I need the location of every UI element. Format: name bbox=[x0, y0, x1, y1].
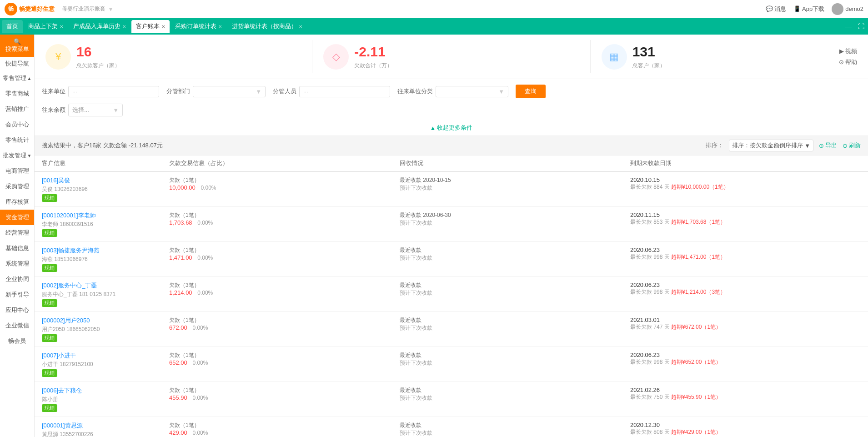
tab-customer[interactable]: 客户账本 ✕ bbox=[131, 20, 170, 33]
tab-inventory[interactable]: 进货单统计表（按商品） ✕ bbox=[227, 20, 307, 33]
debt-pct: 0.00% bbox=[192, 395, 208, 401]
tab-close-purchase[interactable]: ✕ bbox=[218, 24, 222, 29]
dept-select[interactable]: ▼ bbox=[193, 86, 266, 97]
tab-products[interactable]: 商品上下架 ✕ bbox=[24, 20, 68, 33]
search-button[interactable]: 查询 bbox=[516, 85, 546, 98]
sidebar-item-retail-mgmt[interactable]: 零售管理 ▲ bbox=[0, 70, 34, 86]
tabs-bar: 首页 商品上下架 ✕ 产成品入库单历史 ✕ 客户账本 ✕ 采购订单统计表 ✕ 进… bbox=[0, 18, 868, 35]
customer-cell: [0001020001]李老师 李老师 18600391516 现销 bbox=[42, 211, 169, 237]
sidebar-item-member[interactable]: 会员中心 bbox=[0, 117, 34, 132]
sidebar-item-ops[interactable]: 经营管理 bbox=[0, 225, 34, 241]
due-overdue[interactable]: 超期¥1,471.00（1笔） bbox=[671, 254, 726, 260]
tabs-minimize[interactable]: — bbox=[843, 23, 853, 30]
tab-home[interactable]: 首页 bbox=[2, 20, 23, 33]
help-btn[interactable]: ⊙ 帮助 bbox=[839, 58, 857, 66]
sidebar-item-batch-mgmt[interactable]: 批发管理 ▼ bbox=[0, 148, 34, 163]
debt-amount[interactable]: 10,000.00 bbox=[169, 184, 196, 191]
sidebar-item-ecom[interactable]: 电商管理 bbox=[0, 163, 34, 179]
debt-cell: 欠款（1笔） 1,703.68 0.00% bbox=[169, 211, 400, 226]
sidebar-item-wechat[interactable]: 企业微信 bbox=[0, 318, 34, 333]
export-btn[interactable]: ⊙ 导出 bbox=[819, 141, 837, 150]
phone-icon: 📱 bbox=[793, 5, 801, 12]
sidebar-item-apps[interactable]: 应用中心 bbox=[0, 302, 34, 318]
category-select[interactable]: ▼ bbox=[436, 86, 508, 97]
debt-amount[interactable]: 672.00 bbox=[169, 324, 187, 331]
tab-close-products[interactable]: ✕ bbox=[60, 24, 63, 29]
message-btn[interactable]: 💬 消息 bbox=[766, 5, 786, 13]
sidebar-item-finance[interactable]: 资金管理 bbox=[0, 210, 34, 225]
top-bar-left: 畅 畅捷通好生意 母婴行业演示账套 ▾ bbox=[5, 3, 112, 15]
sidebar-item-retail-mall[interactable]: 零售商城 bbox=[0, 86, 34, 101]
sidebar-item-retail-stat[interactable]: 零售统计 bbox=[0, 132, 34, 148]
collapse-button[interactable]: ▲ 收起更多条件 bbox=[430, 124, 473, 132]
sort-select[interactable]: 排序：按欠款金额倒序排序 ▼ bbox=[729, 140, 813, 151]
summary-card-total: ▦ 131 总客户（家） ▶ 视频 ⊙ 帮助 bbox=[591, 40, 868, 73]
customer-name[interactable]: [0002]服务中心_丁磊 bbox=[42, 281, 169, 290]
due-overdue[interactable]: 超期¥1,703.68（1笔） bbox=[671, 219, 726, 225]
debt-label: 欠款合计（万） bbox=[354, 62, 392, 70]
sidebar-item-marketing[interactable]: 营销推广 bbox=[0, 101, 34, 117]
table-header: 客户信息 欠款交易信息（占比） 回收情况 到期未收款日期 bbox=[35, 156, 868, 172]
customer-badge: 现销 bbox=[42, 194, 57, 202]
sidebar-item-warehouse[interactable]: 库存核算 bbox=[0, 194, 34, 210]
due-overdue[interactable]: 超期¥652.00（1笔） bbox=[671, 359, 721, 365]
refresh-btn[interactable]: ⊙ 刷新 bbox=[843, 141, 861, 150]
customer-name[interactable]: [000002]用户2050 bbox=[42, 316, 169, 325]
tab-inbound[interactable]: 产成品入库单历史 ✕ bbox=[69, 20, 130, 33]
due-cell: 2020.10.15 最长欠款 884 天 超期¥10,000.00（1笔） bbox=[630, 176, 861, 191]
debt-amount[interactable]: 455.90 bbox=[169, 394, 187, 401]
tab-close-customer[interactable]: ✕ bbox=[161, 24, 165, 29]
debt-amount[interactable]: 652.00 bbox=[169, 359, 187, 366]
customer-phone: 陈小册 bbox=[42, 396, 169, 403]
filter-category: 往来单位分类 ▼ bbox=[397, 86, 508, 97]
app-download-btn[interactable]: 📱 App下载 bbox=[793, 5, 824, 13]
th-due: 到期未收款日期 bbox=[630, 159, 861, 167]
customer-badge: 现销 bbox=[42, 404, 57, 412]
user-menu[interactable]: demo2 bbox=[832, 3, 863, 15]
sidebar-quick-nav[interactable]: 快捷导航 bbox=[0, 57, 34, 70]
filter-row-2: 往来余额 选择... ▼ bbox=[42, 104, 861, 116]
sidebar-item-collab[interactable]: 企业协同 bbox=[0, 271, 34, 287]
source-unit-input[interactable]: ··· bbox=[68, 86, 159, 97]
customer-name[interactable]: [0001020001]李老师 bbox=[42, 211, 169, 220]
debt-pct: 0.00% bbox=[197, 220, 213, 226]
logo: 畅 畅捷通好生意 bbox=[5, 3, 55, 15]
customer-name[interactable]: [000001]黄思源 bbox=[42, 422, 169, 430]
due-overdue[interactable]: 超期¥455.90（1笔） bbox=[671, 394, 721, 400]
due-date: 2020.06.23 bbox=[630, 246, 861, 253]
sidebar-item-vip[interactable]: 畅会员 bbox=[0, 333, 34, 349]
due-cell: 2020.06.23 最长欠款 998 天 超期¥1,471.00（1笔） bbox=[630, 246, 861, 261]
customer-name[interactable]: [0006]去下粮仓 bbox=[42, 387, 169, 395]
debt-amount[interactable]: 1,214.00 bbox=[169, 289, 192, 296]
tab-purchase[interactable]: 采购订单统计表 ✕ bbox=[171, 20, 226, 33]
tab-close-inbound[interactable]: ✕ bbox=[122, 24, 126, 29]
debt-amount[interactable]: 1,703.68 bbox=[169, 219, 192, 226]
customer-name[interactable]: [0016]吴俊 bbox=[42, 176, 169, 185]
industry-label[interactable]: 母婴行业演示账套 bbox=[62, 5, 105, 13]
customer-phone: 海燕 18513066976 bbox=[42, 256, 169, 263]
tab-close-inventory[interactable]: ✕ bbox=[299, 24, 302, 29]
video-btn[interactable]: ▶ 视频 bbox=[839, 47, 857, 55]
collect-cell: 最近收款 预计下次收款 bbox=[400, 316, 630, 332]
table-body: [0016]吴俊 吴俊 13026203696 现销 欠款（1笔） 10,000… bbox=[35, 172, 868, 437]
person-input[interactable]: ··· bbox=[299, 86, 390, 97]
due-overdue[interactable]: 超期¥672.00（1笔） bbox=[671, 324, 721, 330]
due-overdue[interactable]: 超期¥10,000.00（1笔） bbox=[671, 184, 729, 190]
sidebar-search[interactable]: 🔍 搜索菜单 bbox=[0, 35, 34, 57]
customer-name[interactable]: [0003]畅捷服务尹海燕 bbox=[42, 246, 169, 255]
sidebar-item-system[interactable]: 系统管理 bbox=[0, 256, 34, 271]
tabs-maximize[interactable]: ⛶ bbox=[856, 23, 866, 30]
sidebar-item-newbie[interactable]: 新手引导 bbox=[0, 287, 34, 302]
due-overdue[interactable]: 超期¥1,214.00（3笔） bbox=[671, 289, 726, 295]
th-collect: 回收情况 bbox=[400, 159, 630, 167]
collapse-row: ▲ 收起更多条件 bbox=[42, 122, 861, 136]
due-overdue[interactable]: 超期¥429.00（1笔） bbox=[671, 429, 721, 435]
sidebar-item-basic[interactable]: 基础信息 bbox=[0, 241, 34, 256]
debt-label: 欠款（1笔） bbox=[169, 246, 400, 254]
customer-name[interactable]: [0007]小进干 bbox=[42, 352, 169, 360]
sidebar-item-purchase[interactable]: 采购管理 bbox=[0, 179, 34, 194]
balance-select[interactable]: 选择... ▼ bbox=[68, 104, 123, 116]
debt-amount[interactable]: 429.00 bbox=[169, 429, 187, 436]
debt-amount[interactable]: 1,471.00 bbox=[169, 254, 192, 261]
table-row: [000001]黄思源 黄思源 13552700226 现销 欠款（1笔） 42… bbox=[35, 417, 868, 437]
